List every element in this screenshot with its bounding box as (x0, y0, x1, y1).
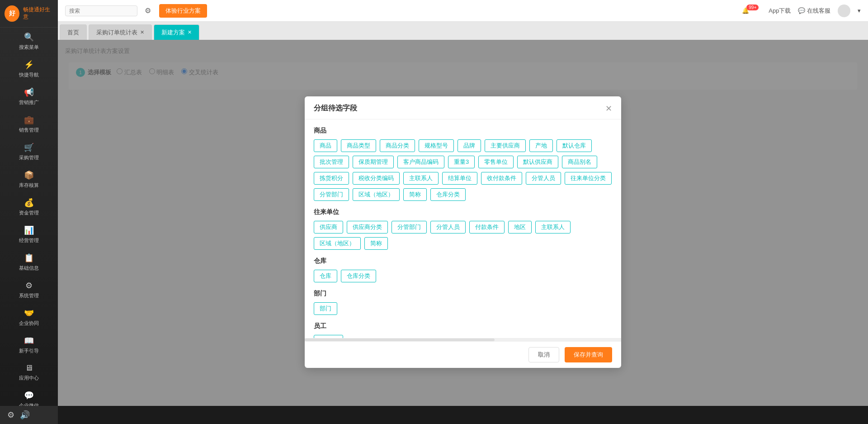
section-title-1: 往来单位 (314, 208, 612, 216)
sidebar-label-12: 应用中心 (19, 375, 39, 381)
sidebar-item-1[interactable]: ⚡快捷导航 (19, 55, 39, 83)
field-chip-1-1[interactable]: 供应商分类 (347, 221, 388, 233)
sidebar-label-2: 营销推广 (19, 99, 39, 106)
field-chip-0-7[interactable]: 默认仓库 (557, 139, 592, 152)
field-chip-1-5[interactable]: 地区 (508, 221, 532, 233)
search-input[interactable] (65, 5, 137, 16)
field-chip-0-1[interactable]: 商品类型 (341, 139, 376, 152)
sidebar-item-9[interactable]: ⚙系统管理 (19, 276, 39, 304)
field-chip-1-2[interactable]: 分管部门 (392, 221, 427, 233)
tab-2[interactable]: 新建方案✕ (154, 24, 199, 40)
sidebar-label-6: 资金管理 (19, 210, 39, 216)
field-chip-0-4[interactable]: 品牌 (458, 139, 481, 152)
sidebar-icon-12: 🖥 (25, 363, 33, 373)
app-logo: 好 畅捷通好生意 (0, 0, 58, 28)
field-chip-0-5[interactable]: 主要供应商 (485, 139, 526, 152)
field-chip-0-16[interactable]: 税收分类编码 (353, 172, 400, 185)
section-title-4: 员工 (314, 322, 612, 330)
tab-label-1: 采购订单统计表 (96, 29, 137, 37)
sidebar-item-4[interactable]: 🛒采购管理 (19, 138, 39, 166)
close-icon[interactable]: ✕ (605, 104, 612, 114)
bottom-settings-icon[interactable]: ⚙ (7, 410, 14, 420)
tab-close-1[interactable]: ✕ (140, 29, 144, 35)
field-grid-3: 部门 (314, 302, 612, 315)
sidebar-item-11[interactable]: 📖新手引导 (19, 331, 39, 359)
section-title-3: 部门 (314, 290, 612, 298)
save-button[interactable]: 保存并查询 (565, 347, 612, 362)
user-avatar[interactable] (838, 5, 850, 17)
field-chip-0-0[interactable]: 商品 (314, 139, 337, 152)
tab-close-2[interactable]: ✕ (188, 29, 192, 35)
sidebar-item-12[interactable]: 🖥应用中心 (19, 359, 39, 386)
sidebar-icon-10: 🤝 (24, 308, 34, 318)
field-chip-0-24[interactable]: 简称 (403, 188, 427, 201)
online-service-link[interactable]: 💬 在线客服 (798, 7, 830, 15)
field-chip-0-10[interactable]: 客户商品编码 (397, 156, 444, 168)
sidebar-label-5: 库存核算 (19, 182, 39, 189)
notification-area[interactable]: 🔔99+ (742, 7, 761, 14)
gear-icon[interactable]: ⚙ (145, 6, 151, 15)
field-chip-1-6[interactable]: 主联系人 (535, 221, 571, 233)
field-chip-0-12[interactable]: 零售单位 (478, 156, 514, 168)
field-chip-1-0[interactable]: 供应商 (314, 221, 343, 233)
sidebar-icon-0: 🔍 (24, 32, 34, 42)
field-chip-0-19[interactable]: 收付款条件 (481, 172, 522, 185)
sidebar-icon-8: 📋 (24, 253, 34, 263)
sidebar-item-5[interactable]: 📦库存核算 (19, 166, 39, 193)
field-chip-0-8[interactable]: 批次管理 (314, 156, 349, 168)
field-chip-1-4[interactable]: 付款条件 (469, 221, 505, 233)
sidebar-icon-1: ⚡ (24, 60, 34, 70)
sidebar-label-7: 经营管理 (19, 237, 39, 244)
field-chip-3-0[interactable]: 部门 (314, 302, 337, 315)
user-menu[interactable]: ▾ (858, 7, 861, 14)
field-chip-0-22[interactable]: 分管部门 (314, 188, 349, 201)
field-chip-0-20[interactable]: 分管人员 (526, 172, 561, 185)
section-title-2: 仓库 (314, 257, 612, 265)
sidebar-item-2[interactable]: 📢营销推广 (19, 83, 39, 110)
modal-footer: 取消 保存并查询 (305, 341, 621, 368)
sidebar-item-7[interactable]: 📊经营管理 (19, 221, 39, 248)
field-chip-0-18[interactable]: 结算单位 (442, 172, 477, 185)
topbar-right: 🔔99+ App下载 💬 在线客服 ▾ (742, 5, 861, 17)
field-chip-1-7[interactable]: 区域（地区） (314, 237, 361, 250)
field-chip-0-6[interactable]: 产地 (529, 139, 553, 152)
field-chip-0-15[interactable]: 拣货积分 (314, 172, 349, 185)
field-chip-0-13[interactable]: 默认供应商 (517, 156, 558, 168)
tab-0[interactable]: 首页 (60, 24, 87, 40)
sidebar-label-11: 新手引导 (19, 348, 39, 354)
experience-btn[interactable]: 体验行业方案 (159, 4, 207, 18)
tab-1[interactable]: 采购订单统计表✕ (89, 24, 152, 40)
cancel-button[interactable]: 取消 (528, 347, 559, 362)
sidebar-item-6[interactable]: 💰资金管理 (19, 193, 39, 221)
field-chip-0-9[interactable]: 保质期管理 (353, 156, 394, 168)
sidebar-item-8[interactable]: 📋基础信息 (19, 248, 39, 276)
field-chip-4-0[interactable]: 业务员 (314, 335, 343, 338)
sidebar-label-1: 快捷导航 (19, 71, 39, 78)
modal-body: 商品商品商品类型商品分类规格型号品牌主要供应商产地默认仓库批次管理保质期管理客户… (305, 119, 621, 338)
field-chip-0-11[interactable]: 重量3 (448, 156, 475, 168)
field-chip-1-3[interactable]: 分管人员 (430, 221, 466, 233)
tab-label-2: 新建方案 (161, 29, 185, 37)
sidebar-item-0[interactable]: 🔍搜索菜单 (19, 28, 39, 55)
field-chip-2-1[interactable]: 仓库分类 (341, 270, 376, 282)
field-chip-1-8[interactable]: 简称 (364, 237, 388, 250)
field-grid-4: 业务员 (314, 335, 612, 338)
sidebar-icon-3: 💼 (24, 115, 34, 125)
field-chip-0-25[interactable]: 仓库分类 (430, 188, 466, 201)
field-chip-0-21[interactable]: 往来单位分类 (565, 172, 612, 185)
field-chip-0-14[interactable]: 商品别名 (562, 156, 597, 168)
field-chip-2-0[interactable]: 仓库 (314, 270, 337, 282)
field-grid-2: 仓库仓库分类 (314, 270, 612, 282)
sidebar-icon-5: 📦 (24, 170, 34, 180)
app-download-link[interactable]: App下载 (769, 7, 791, 15)
field-chip-0-23[interactable]: 区域（地区） (353, 188, 400, 201)
notification-badge: 99+ (746, 5, 759, 10)
sidebar-item-10[interactable]: 🤝企业协同 (19, 304, 39, 331)
field-chip-0-2[interactable]: 商品分类 (380, 139, 415, 152)
bottom-audio-icon[interactable]: 🔊 (20, 410, 30, 420)
app-name: 畅捷通好生意 (23, 6, 53, 20)
horizontal-scrollbar[interactable] (305, 338, 621, 341)
field-chip-0-3[interactable]: 规格型号 (419, 139, 454, 152)
field-chip-0-17[interactable]: 主联系人 (403, 172, 439, 185)
sidebar-item-3[interactable]: 💼销售管理 (19, 110, 39, 138)
